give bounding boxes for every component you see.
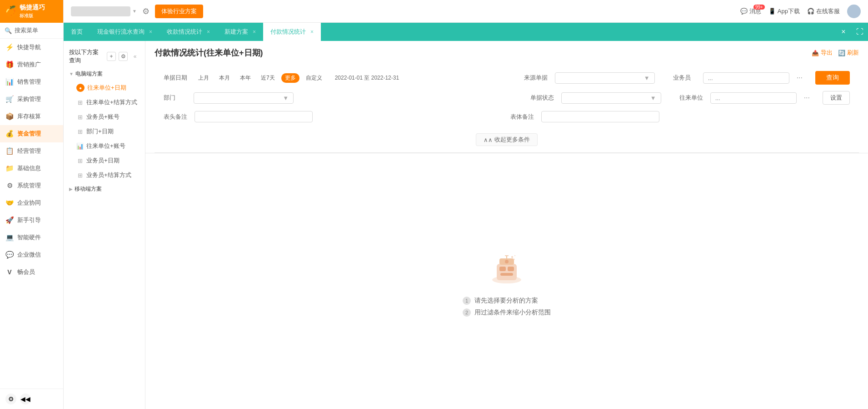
empty-step-2: 2 用过滤条件来缩小分析范围 <box>463 308 551 317</box>
doc-status-select[interactable]: ▼ <box>561 92 661 104</box>
dept-select[interactable]: ▼ <box>194 92 294 104</box>
message-badge[interactable]: 💬 消息 99+ <box>740 7 761 15</box>
close-all-tabs-btn[interactable]: × <box>835 23 852 41</box>
scheme-panel-title: 按以下方案查询 <box>69 48 104 65</box>
bank-flow-tab-close[interactable]: × <box>149 29 152 35</box>
scheme-collapse-btn[interactable]: « <box>130 52 140 61</box>
collapse-btn[interactable]: ∧∧ 收起更多条件 <box>476 133 538 146</box>
add-scheme-btn[interactable]: + <box>107 52 116 61</box>
date-opt-more[interactable]: 更多 <box>281 73 299 83</box>
date-options: 上月 本月 本年 近7天 更多 自定义 <box>195 73 326 83</box>
marketing-icon: 🎁 <box>5 61 14 69</box>
refresh-btn[interactable]: 🔄 刷新 <box>838 49 859 57</box>
header-note-input[interactable] <box>195 111 313 122</box>
page-title-row: 付款情况统计(往来单位+日期) 📤 导出 🔄 刷新 <box>155 47 859 58</box>
scheme-settings-btn[interactable]: ⚙ <box>119 52 128 61</box>
partner-input[interactable] <box>710 92 797 104</box>
sidebar-item-hardware[interactable]: 💻 智能硬件 <box>0 229 63 246</box>
quick-nav-icon: ⚡ <box>5 43 14 51</box>
sidebar-label-sales: 销售管理 <box>17 78 41 86</box>
topbar-right: 💬 消息 99+ 📱 App下载 🎧 在线客服 <box>740 5 861 18</box>
scheme-item-salesman-account-label: 业务员+账号 <box>86 113 120 121</box>
sidebar-search[interactable]: 🔍 搜索菜单 <box>0 23 63 39</box>
page-title: 付款情况统计(往来单位+日期) <box>155 47 263 58</box>
settings-btn[interactable]: 设置 <box>823 91 850 105</box>
receivable-stat-tab-close[interactable]: × <box>207 29 210 35</box>
page-header: 付款情况统计(往来单位+日期) 📤 导出 🔄 刷新 <box>145 41 868 153</box>
date-opt-this-year[interactable]: 本年 <box>236 73 254 83</box>
salesman-dots[interactable]: ··· <box>797 74 803 82</box>
scheme-item-salesman-date[interactable]: ⊞ 业务员+日期 <box>64 153 145 168</box>
sidebar-item-purchase[interactable]: 🛒 采购管理 <box>0 91 63 108</box>
filter-row-3: 表头备注 表体备注 <box>164 111 850 122</box>
weixin-icon: 💬 <box>5 251 14 259</box>
date-opt-this-month[interactable]: 本月 <box>215 73 234 83</box>
export-icon: 📤 <box>812 50 819 56</box>
body-note-input[interactable] <box>541 111 659 122</box>
date-opt-last-month[interactable]: 上月 <box>195 73 213 83</box>
tab-home[interactable]: 首页 <box>64 23 90 41</box>
experience-btn[interactable]: 体验行业方案 <box>155 5 203 18</box>
avatar <box>847 5 861 18</box>
tab-bank-flow[interactable]: 现金银行流水查询 × <box>90 23 160 41</box>
sidebar-item-marketing[interactable]: 🎁 营销推广 <box>0 56 63 73</box>
svg-rect-1 <box>497 264 517 280</box>
scheme-item-partner-date[interactable]: ● 往来单位+日期 <box>64 81 145 95</box>
partner-dots[interactable]: ··· <box>804 94 810 102</box>
page-header-actions: 📤 导出 🔄 刷新 <box>812 49 859 57</box>
new-scheme-tab-close[interactable]: × <box>253 29 256 35</box>
payment-stat-tab-close[interactable]: × <box>310 29 314 35</box>
sidebar-label-marketing: 营销推广 <box>17 61 41 69</box>
sidebar-item-base-info[interactable]: 📁 基础信息 <box>0 160 63 177</box>
breadcrumb: ▼ <box>71 6 137 16</box>
sidebar-settings-btn[interactable]: ⚙ <box>5 394 16 404</box>
date-opt-custom[interactable]: 自定义 <box>302 73 326 83</box>
scheme-item-salesman-settlement-label: 业务员+结算方式 <box>86 171 131 179</box>
desktop-scheme-category[interactable]: ▼ 电脑端方案 <box>64 67 145 81</box>
partner-label: 往来单位 <box>679 94 703 102</box>
app-download-btn[interactable]: 📱 App下载 <box>768 7 800 15</box>
date-opt-last-7[interactable]: 近7天 <box>257 73 279 83</box>
query-btn[interactable]: 查询 <box>815 71 850 85</box>
sidebar-item-vip[interactable]: V 畅会员 <box>0 263 63 281</box>
sidebar-collapse-btn[interactable]: ◀◀ <box>20 394 31 404</box>
salesman-input[interactable] <box>703 72 789 84</box>
tab-receivable-stat[interactable]: 收款情况统计 × <box>160 23 217 41</box>
sidebar-item-capital[interactable]: 💰 资金管理 <box>0 125 63 142</box>
desktop-scheme-label: 电脑端方案 <box>75 70 103 78</box>
sidebar-item-sales[interactable]: 📊 销售管理 <box>0 73 63 91</box>
sidebar-item-newbie[interactable]: 🚀 新手引导 <box>0 212 63 229</box>
sidebar-item-quick-nav[interactable]: ⚡ 快捷导航 <box>0 39 63 56</box>
dept-date-icon: ⊞ <box>76 128 84 135</box>
tab-payment-stat[interactable]: 付款情况统计 × <box>263 23 321 41</box>
tab-new-scheme[interactable]: 新建方案 × <box>217 23 263 41</box>
scheme-item-salesman-settlement[interactable]: ⊞ 业务员+结算方式 <box>64 168 145 182</box>
scheme-item-salesman-account[interactable]: ⊞ 业务员+账号 <box>64 110 145 124</box>
topbar: ▼ ⚙ 体验行业方案 💬 消息 99+ 📱 App下载 🎧 在线客服 <box>64 0 868 23</box>
scheme-item-partner-account[interactable]: 📊 往来单位+账号 <box>64 139 145 153</box>
filter-area: 单据日期 上月 本月 本年 近7天 更多 自定义 2022-01-01 至 20… <box>155 65 859 153</box>
page-content: 按以下方案查询 + ⚙ « ▼ 电脑端方案 ● 往来单位+日期 ⊞ 往来单位+结… <box>64 41 868 409</box>
sidebar-item-enterprise[interactable]: 🤝 企业协同 <box>0 194 63 212</box>
maximize-btn[interactable]: ⛶ <box>852 23 868 41</box>
salesman-date-icon: ⊞ <box>76 157 84 164</box>
mobile-scheme-category[interactable]: ▶ 移动端方案 <box>64 182 145 196</box>
export-btn[interactable]: 📤 导出 <box>812 49 833 57</box>
topbar-gear-icon[interactable]: ⚙ <box>142 6 150 16</box>
online-service-label: 在线客服 <box>816 7 840 15</box>
sidebar: 🍊 畅捷通巧 标准版 🔍 搜索菜单 ⚡ 快捷导航 🎁 营销推广 📊 销售管理 🛒… <box>0 0 64 409</box>
breadcrumb-chevron: ▼ <box>132 9 137 14</box>
sidebar-item-operations[interactable]: 📋 经营管理 <box>0 142 63 160</box>
sidebar-label-vip: 畅会员 <box>17 268 35 276</box>
system-icon: ⚙ <box>5 182 14 190</box>
svg-rect-4 <box>500 273 513 276</box>
scheme-item-dept-date-label: 部门+日期 <box>86 127 114 136</box>
sidebar-item-inventory[interactable]: 📦 库存核算 <box>0 108 63 125</box>
online-service-btn[interactable]: 🎧 在线客服 <box>807 7 840 15</box>
sidebar-item-system[interactable]: ⚙ 系统管理 <box>0 177 63 194</box>
source-doc-select[interactable]: ▼ <box>555 72 655 84</box>
scheme-item-dept-date[interactable]: ⊞ 部门+日期 <box>64 124 145 139</box>
sidebar-item-weixin[interactable]: 💬 企业微信 <box>0 246 63 263</box>
date-range-text: 2022-01-01 至 2022-12-31 <box>335 74 399 82</box>
scheme-item-partner-settlement[interactable]: ⊞ 往来单位+结算方式 <box>64 95 145 110</box>
